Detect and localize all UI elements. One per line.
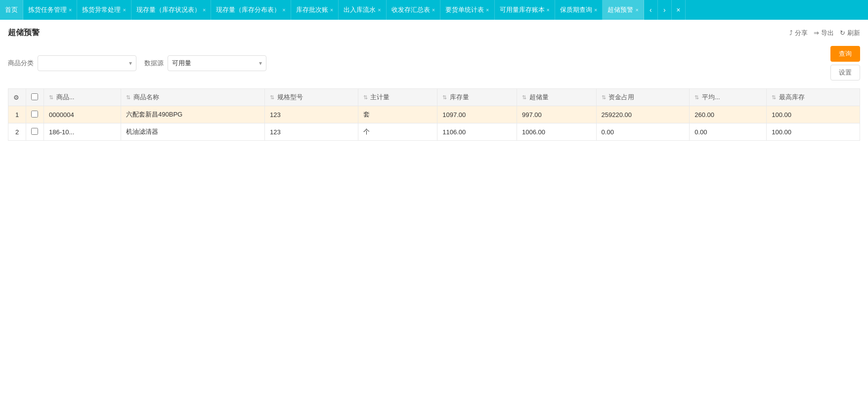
datasource-select[interactable]: 可用量 ▾ [168,55,266,71]
sort-icon-product-code: ⇅ [49,94,53,100]
nav-tab-batch-account[interactable]: 库存批次账 × [291,0,339,20]
select-all-checkbox[interactable] [31,93,38,100]
th-settings[interactable]: ⚙ [8,89,26,106]
row-overstock-2: 1006.00 [517,123,596,141]
th-capital-label: 资金占用 [608,93,634,101]
row-product-name-2: 机油滤清器 [121,123,265,141]
nav-tab-order-stats-close[interactable]: × [486,7,489,13]
sort-icon-spec: ⇅ [270,94,274,100]
nav-tab-inventory-dist[interactable]: 现存量（库存分布表） × [211,0,291,20]
nav-tab-inventory-dist-label: 现存量（库存分布表） [216,5,280,14]
row-product-code-2: 186-10... [44,123,121,141]
nav-tab-inventory-dist-close[interactable]: × [282,7,285,13]
refresh-label: 刷新 [847,29,860,38]
th-capital[interactable]: ⇅ 资金占用 [596,89,690,106]
nav-tab-quality-period-close[interactable]: × [594,7,597,13]
row-capital-2: 0.00 [596,123,690,141]
nav-tab-home[interactable]: 首页 [0,0,23,20]
sort-icon-unit: ⇅ [363,94,368,100]
table-header-row: ⚙ ⇅ 商品... ⇅ 商品名称 ⇅ 规格型号 ⇅ [8,89,860,106]
row-checkbox-1[interactable] [26,106,44,123]
nav-tab-inout-flow-close[interactable]: × [378,7,381,13]
row-spec-2: 123 [265,123,358,141]
nav-tab-batch-account-close[interactable]: × [330,7,333,13]
export-label: 导出 [821,29,834,38]
th-product-code-label: 商品... [56,93,75,101]
refresh-icon: ↻ [840,29,845,37]
chevron-down-icon-2: ▾ [259,60,262,67]
nav-tab-home-label: 首页 [5,5,18,14]
gear-icon: ⚙ [13,94,19,101]
category-select[interactable]: ▾ [38,55,136,71]
th-inventory[interactable]: ⇅ 库存量 [437,89,517,106]
row-product-code-1: 0000004 [44,106,121,123]
sort-icon-max-stock: ⇅ [772,94,776,100]
nav-tab-exception[interactable]: 拣货异常处理 × [77,0,131,20]
nav-tab-quality-period[interactable]: 保质期查询 × [555,0,603,20]
row-inventory-2: 1106.00 [437,123,517,141]
nav-tab-order-stats-label: 要货单统计表 [445,5,484,14]
filter-row: 商品分类 ▾ 数据源 可用量 ▾ 查询 设置 [8,46,860,80]
th-checkbox[interactable] [26,89,44,106]
sort-icon-product-name: ⇅ [126,94,130,100]
nav-tab-order-stats[interactable]: 要货单统计表 × [440,0,494,20]
row-max-stock-2: 100.00 [767,123,860,141]
row-select-checkbox-1[interactable] [31,111,38,118]
th-max-stock[interactable]: ⇅ 最高库存 [767,89,860,106]
action-buttons: 查询 设置 [830,46,860,80]
nav-tab-available-account-close[interactable]: × [547,7,550,13]
nav-tab-exception-close[interactable]: × [123,7,126,13]
nav-tab-task-mgmt-label: 拣货任务管理 [28,5,67,14]
category-label: 商品分类 [8,59,34,68]
nav-tab-overstock-warning-close[interactable]: × [635,7,638,13]
sort-icon-capital: ⇅ [602,94,606,100]
sort-icon-avg: ⇅ [694,94,699,100]
share-label: 分享 [795,29,808,38]
nav-tab-overstock-warning[interactable]: 超储预警 × [603,0,644,20]
th-product-name[interactable]: ⇅ 商品名称 [121,89,265,106]
th-avg[interactable]: ⇅ 平均... [690,89,767,106]
nav-arrow-expand[interactable]: × [672,0,686,20]
th-overstock[interactable]: ⇅ 超储量 [517,89,596,106]
th-spec[interactable]: ⇅ 规格型号 [265,89,358,106]
nav-tab-task-mgmt[interactable]: 拣货任务管理 × [23,0,77,20]
row-num-2: 2 [8,123,26,141]
nav-tab-inventory-status-label: 现存量（库存状况表） [136,5,201,14]
table-row: 1 0000004 六配套新昌490BPG 123 套 1097.00 997.… [8,106,860,123]
chevron-down-icon: ▾ [129,60,132,67]
nav-tab-collect-summary-close[interactable]: × [432,7,435,13]
share-icon: ⤴ [789,29,793,37]
nav-tab-inventory-status-close[interactable]: × [203,7,206,13]
row-select-checkbox-2[interactable] [31,128,38,135]
th-spec-label: 规格型号 [277,93,303,101]
refresh-button[interactable]: ↻ 刷新 [840,29,860,38]
nav-tab-collect-summary[interactable]: 收发存汇总表 × [387,0,440,20]
nav-arrow-right[interactable]: › [658,0,672,20]
th-unit[interactable]: ⇅ 主计量 [358,89,437,106]
nav-tab-overstock-warning-label: 超储预警 [608,5,633,14]
nav-tab-inventory-status[interactable]: 现存量（库存状况表） × [131,0,211,20]
row-checkbox-2[interactable] [26,123,44,141]
th-product-name-label: 商品名称 [133,93,159,101]
nav-tab-inout-flow[interactable]: 出入库流水 × [339,0,386,20]
category-filter: 商品分类 ▾ [8,55,136,71]
nav-tab-batch-account-label: 库存批次账 [296,5,328,14]
th-overstock-label: 超储量 [529,93,549,101]
th-avg-label: 平均... [702,93,720,101]
row-num-1: 1 [8,106,26,123]
datasource-filter: 数据源 可用量 ▾ [144,55,266,71]
row-max-stock-1: 100.00 [767,106,860,123]
datasource-label: 数据源 [144,59,164,68]
share-button[interactable]: ⤴ 分享 [789,29,808,38]
row-overstock-1: 997.00 [517,106,596,123]
nav-tab-available-account[interactable]: 可用量库存账本 × [495,0,555,20]
settings-button[interactable]: 设置 [830,65,860,80]
th-product-code[interactable]: ⇅ 商品... [44,89,121,106]
row-unit-2: 个 [358,123,437,141]
sort-icon-inventory: ⇅ [442,94,447,100]
export-button[interactable]: ⇒ 导出 [814,29,834,38]
nav-arrow-left[interactable]: ‹ [644,0,658,20]
nav-tab-task-mgmt-close[interactable]: × [69,7,72,13]
query-button[interactable]: 查询 [830,46,860,62]
data-table: ⚙ ⇅ 商品... ⇅ 商品名称 ⇅ 规格型号 ⇅ [8,88,860,141]
